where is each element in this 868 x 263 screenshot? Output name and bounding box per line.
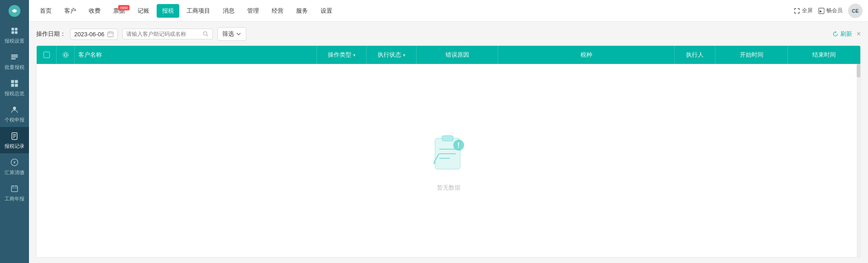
th-tax: 税种 <box>498 46 675 64</box>
date-label: 操作日期： <box>36 30 66 38</box>
svg-rect-25 <box>107 32 113 37</box>
nav-home[interactable]: 首页 <box>34 4 57 18</box>
member-button[interactable]: ▶ 畅会员 <box>818 7 843 15</box>
filter-label: 筛选 <box>222 30 234 38</box>
svg-text:¥: ¥ <box>13 160 16 165</box>
sidebar-item-gongshang-nianbao[interactable]: 工商年报 <box>0 180 29 206</box>
sort-icon-op-type: ▾ <box>353 53 355 58</box>
empty-state: ! 暂无数据 <box>426 129 471 192</box>
annual-icon <box>9 183 20 194</box>
fullscreen-button[interactable]: 全屏 <box>794 7 813 15</box>
sidebar-item-baoshui-zonglang[interactable]: 报税总览 <box>0 74 29 101</box>
svg-rect-2 <box>15 28 18 30</box>
svg-rect-34 <box>442 136 453 141</box>
user-avatar[interactable]: CE <box>848 4 863 18</box>
data-table: 客户名称 操作类型 ▾ 执行状态 ▾ 错误原因 税种 执行人 <box>36 45 861 258</box>
record-icon <box>9 131 20 141</box>
column-settings-icon <box>62 51 69 58</box>
svg-rect-11 <box>15 84 18 87</box>
calendar-icon <box>107 31 114 37</box>
topnav-items: 首页 客户 收费 票据 new 记账 报税 工商项目 消息 管理 经营 服务 设… <box>34 4 794 18</box>
nav-jiz[interactable]: 记账 <box>132 4 155 18</box>
svg-line-30 <box>206 35 208 36</box>
th-settings[interactable] <box>57 46 75 64</box>
scrollbar-thumb[interactable] <box>857 64 860 78</box>
th-op-type[interactable]: 操作类型 ▾ <box>317 46 367 64</box>
th-end-time: 结束时间 <box>788 46 860 64</box>
search-box[interactable] <box>122 29 213 39</box>
batch-icon <box>9 52 20 63</box>
sidebar-item-huisuan-jiaona[interactable]: ¥ 汇算清缴 <box>0 153 29 180</box>
settings-icon <box>9 25 20 36</box>
sort-icon-status: ▾ <box>403 53 405 58</box>
toolbar: 操作日期： 2023-06-06 筛选 <box>36 27 861 41</box>
svg-rect-3 <box>11 31 14 34</box>
empty-illustration: ! <box>426 129 471 179</box>
overview-icon <box>9 78 20 89</box>
date-picker[interactable]: 2023-06-06 <box>70 29 118 40</box>
svg-rect-10 <box>11 84 14 87</box>
svg-rect-1 <box>11 28 14 30</box>
sidebar-item-label: 报税设置 <box>5 38 24 44</box>
nav-xiaoxi[interactable]: 消息 <box>217 4 240 18</box>
sidebar-item-baoshui-shezhi[interactable]: 报税设置 <box>0 22 29 48</box>
close-button[interactable]: × <box>857 30 861 38</box>
select-all-checkbox[interactable] <box>43 52 50 58</box>
sidebar-item-label: 批量报税 <box>5 64 24 71</box>
sidebar-logo <box>0 0 29 22</box>
svg-rect-9 <box>15 80 18 83</box>
svg-point-31 <box>64 54 67 56</box>
chevron-down-icon <box>236 31 241 37</box>
nav-shoufei[interactable]: 收费 <box>83 4 106 18</box>
th-status[interactable]: 执行状态 ▾ <box>367 46 417 64</box>
content-area: 操作日期： 2023-06-06 筛选 <box>29 22 868 263</box>
svg-rect-8 <box>11 80 14 83</box>
nav-shezhi[interactable]: 设置 <box>315 4 338 18</box>
table-body: ! 暂无数据 <box>37 64 860 257</box>
empty-text: 暂无数据 <box>437 184 460 192</box>
nav-gongshang[interactable]: 工商项目 <box>181 4 216 18</box>
sidebar-item-baoshui-jilu[interactable]: 报税记录 <box>0 127 29 153</box>
nav-piao[interactable]: 票据 new <box>108 4 130 18</box>
svg-point-12 <box>13 107 16 110</box>
filter-button[interactable]: 筛选 <box>217 27 246 41</box>
fullscreen-icon <box>794 8 800 14</box>
svg-text:▶: ▶ <box>820 9 822 12</box>
search-input[interactable] <box>126 31 201 37</box>
sidebar-item-geshuishen-bao[interactable]: 个税申报 <box>0 101 29 127</box>
nav-jingying[interactable]: 经营 <box>266 4 289 18</box>
svg-point-32 <box>63 52 68 58</box>
sidebar-item-label: 工商年报 <box>5 195 24 202</box>
refresh-icon <box>832 31 839 37</box>
sidebar-item-piliang-baoshui[interactable]: 批量报税 <box>0 48 29 74</box>
refresh-label: 刷新 <box>840 30 852 38</box>
th-start-time: 开始时间 <box>715 46 788 64</box>
main-area: 首页 客户 收费 票据 new 记账 报税 工商项目 消息 管理 经营 服务 设… <box>29 0 868 263</box>
th-checkbox[interactable] <box>37 46 57 64</box>
nav-guanli[interactable]: 管理 <box>242 4 264 18</box>
personal-tax-icon <box>9 104 20 115</box>
svg-point-29 <box>203 32 207 35</box>
svg-rect-6 <box>11 56 18 58</box>
sidebar: 报税设置 批量报税 报税总览 <box>0 0 29 263</box>
svg-rect-19 <box>11 186 17 192</box>
topnav: 首页 客户 收费 票据 new 记账 报税 工商项目 消息 管理 经营 服务 设… <box>29 0 868 22</box>
nav-customer[interactable]: 客户 <box>59 4 82 18</box>
piao-badge: new <box>118 5 129 10</box>
sidebar-item-label: 报税记录 <box>5 143 24 150</box>
table-header: 客户名称 操作类型 ▾ 执行状态 ▾ 错误原因 税种 执行人 <box>37 46 860 64</box>
svg-rect-5 <box>11 54 18 56</box>
scrollbar[interactable] <box>857 64 860 257</box>
th-client: 客户名称 <box>75 46 317 64</box>
svg-rect-4 <box>15 31 18 34</box>
search-icon <box>203 31 209 37</box>
sidebar-item-label: 汇算清缴 <box>5 169 24 176</box>
nav-baoshui[interactable]: 报税 <box>157 4 179 18</box>
svg-text:!: ! <box>457 141 460 149</box>
sidebar-item-label: 个税申报 <box>5 117 24 123</box>
nav-fuwu[interactable]: 服务 <box>291 4 313 18</box>
svg-rect-7 <box>11 58 16 60</box>
settlement-icon: ¥ <box>9 157 20 168</box>
refresh-button[interactable]: 刷新 <box>832 30 852 38</box>
sidebar-item-label: 报税总览 <box>5 90 24 97</box>
